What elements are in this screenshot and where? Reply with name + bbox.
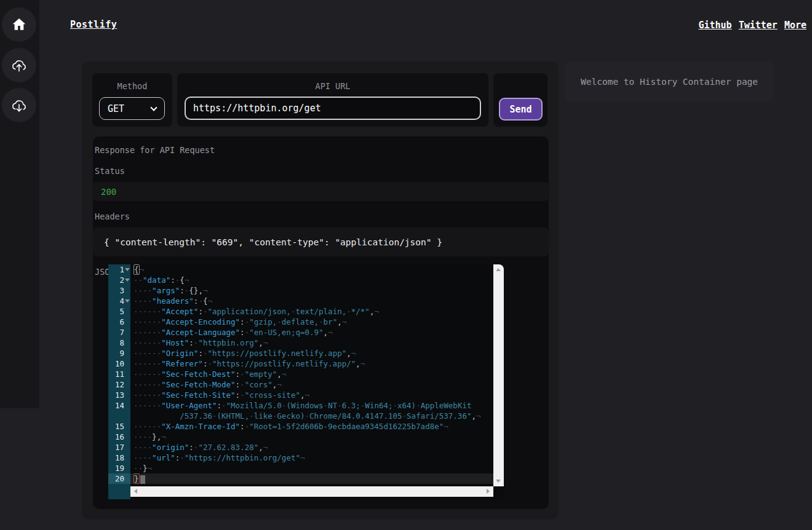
gutter-line-number[interactable]: 17	[108, 442, 130, 453]
code-line[interactable]: {¬	[130, 264, 493, 275]
fold-arrow-icon[interactable]	[125, 279, 130, 282]
scroll-down-arrow-icon[interactable]	[496, 480, 501, 483]
code-line[interactable]: ····},¬	[130, 432, 493, 442]
home-button[interactable]	[2, 7, 36, 42]
sidebar	[0, 0, 39, 408]
status-label: Status	[93, 155, 549, 176]
chevron-down-icon	[150, 104, 157, 111]
editor-code[interactable]: {¬··"data":·{¬····"args":·{},¬····"heade…	[130, 264, 493, 486]
code-line[interactable]: }	[130, 473, 493, 484]
code-line[interactable]: ····"url":·"https://httpbin.org/get"¬	[130, 453, 493, 463]
send-card: Send	[493, 73, 547, 127]
send-button[interactable]: Send	[499, 98, 543, 121]
gutter-line-number[interactable]: 13	[108, 390, 130, 400]
upload-button[interactable]	[2, 48, 36, 82]
method-card: Method GET	[92, 73, 172, 127]
gutter-line-number[interactable]: 18	[108, 453, 130, 463]
editor-vscrollbar[interactable]	[493, 264, 504, 486]
gutter-line-number[interactable]: 5	[108, 306, 130, 317]
code-line[interactable]: ····"headers":·{¬	[130, 296, 493, 306]
gutter-line-number[interactable]: 9	[108, 348, 130, 358]
code-line[interactable]: ······"Sec-Fetch-Dest":·"empty",¬	[130, 369, 493, 379]
gutter-line-number[interactable]: 8	[108, 338, 130, 348]
brand-link[interactable]: Postlify	[70, 19, 117, 30]
fold-arrow-icon[interactable]	[125, 268, 130, 271]
headers-value: { "content-length": "669", "content-type…	[93, 227, 549, 256]
method-select[interactable]: GET	[99, 97, 165, 120]
code-line[interactable]: ····"args":·{},¬	[130, 285, 493, 296]
code-line[interactable]: ······"Origin":·"https://postlify.netlif…	[130, 348, 493, 358]
gutter-line-number[interactable]: 12	[108, 379, 130, 390]
cloud-upload-icon	[11, 57, 27, 73]
code-line[interactable]: ······"Host":·"httpbin.org",¬	[130, 338, 493, 348]
url-card: API URL	[177, 73, 488, 127]
gutter-line-number[interactable]: 14	[108, 400, 130, 411]
code-line[interactable]: ······"Accept":·"application/json,·text/…	[130, 306, 493, 317]
code-line[interactable]: ······"Accept-Language":·"en-US,en;q=0.9…	[130, 327, 493, 338]
method-label: Method	[92, 73, 172, 91]
code-line[interactable]: ······"X-Amzn-Trace-Id":·"Root=1-5f2d606…	[130, 421, 493, 432]
fold-arrow-icon[interactable]	[125, 299, 130, 303]
code-line-wrap[interactable]: /537.36·(KHTML,·like·Gecko)·Chrome/84.0.…	[130, 411, 493, 421]
gutter-line-number[interactable]: 7	[108, 327, 130, 338]
api-url-input[interactable]	[185, 97, 481, 120]
code-line[interactable]: ······"Accept-Encoding":·"gzip,·deflate,…	[130, 317, 493, 327]
gutter-line-number[interactable]: 19	[108, 463, 130, 473]
gutter-line-number[interactable]: 16	[108, 432, 130, 442]
gutter-line-number[interactable]: 6	[108, 317, 130, 327]
request-panel: Method GET API URL Send Response for API…	[82, 61, 559, 520]
editor-gutter: 1234567891011121314151617181920	[108, 264, 130, 499]
gutter-line-number[interactable]: 1	[108, 264, 130, 275]
scroll-up-arrow-icon[interactable]	[496, 268, 501, 271]
code-line[interactable]: ··"data":·{¬	[130, 275, 493, 285]
gutter-line-number[interactable]: 2	[108, 275, 130, 285]
code-line[interactable]: ··}¬	[130, 463, 493, 473]
top-nav: Github Twitter More	[698, 20, 806, 31]
nav-link-github[interactable]: Github	[698, 20, 731, 31]
home-icon	[11, 17, 27, 33]
scroll-right-arrow-icon[interactable]	[487, 489, 490, 494]
scroll-left-arrow-icon[interactable]	[134, 489, 137, 494]
headers-label: Headers	[93, 201, 549, 221]
gutter-line-number[interactable]: 10	[108, 358, 130, 369]
history-message: Welcome to History Container page	[581, 77, 758, 87]
nav-link-twitter[interactable]: Twitter	[739, 20, 778, 31]
code-line[interactable]: ····"origin":·"27.62.83.28",¬	[130, 442, 493, 453]
code-line[interactable]: ······"User-Agent":·"Mozilla/5.0·(Window…	[130, 400, 493, 411]
gutter-line-number[interactable]: 3	[108, 285, 130, 296]
gutter-line-number[interactable]: 15	[108, 421, 130, 432]
download-button[interactable]	[2, 88, 36, 122]
json-editor[interactable]: 1234567891011121314151617181920 {¬··"dat…	[108, 264, 504, 499]
response-title: Response for API Request	[93, 136, 549, 155]
method-selected-value: GET	[108, 103, 124, 114]
gutter-line-number[interactable]: 4	[108, 296, 130, 306]
editor-hscrollbar[interactable]	[130, 486, 493, 497]
gutter-line-number[interactable]: 11	[108, 369, 130, 379]
gutter-line-number[interactable]	[108, 411, 130, 421]
history-panel: Welcome to History Container page	[565, 61, 773, 102]
nav-link-more[interactable]: More	[784, 20, 806, 31]
response-section: Response for API Request Status 200 Head…	[93, 136, 549, 509]
url-label: API URL	[177, 73, 488, 91]
app-root: Postlify Github Twitter More Method GET …	[0, 0, 812, 530]
code-line[interactable]: ······"Sec-Fetch-Site":·"cross-site",¬	[130, 390, 493, 400]
cloud-download-icon	[11, 97, 27, 113]
status-value: 200	[93, 182, 549, 201]
code-line[interactable]: ······"Referer":·"https://postlify.netli…	[130, 358, 493, 369]
gutter-line-number[interactable]: 20	[108, 473, 130, 484]
code-line[interactable]: ······"Sec-Fetch-Mode":·"cors",¬	[130, 379, 493, 390]
